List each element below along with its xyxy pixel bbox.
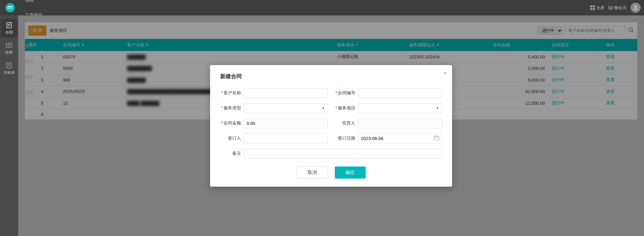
form-field-contract-no: 合同编号	[334, 88, 442, 98]
sidebar-item-fee[interactable]: 收费	[1, 39, 17, 58]
form-field-remark: 备注	[220, 149, 442, 158]
confirm-button[interactable]: 确定	[335, 167, 366, 179]
service-type-select[interactable]	[244, 103, 328, 113]
svg-rect-3	[591, 8, 592, 10]
modal-close-button[interactable]: ×	[443, 70, 447, 77]
amount-label: 合同金额	[220, 120, 244, 126]
contract-icon	[5, 21, 13, 29]
statement-icon	[5, 62, 13, 69]
contract-no-input[interactable]	[358, 88, 442, 98]
content-area: 新增 服务项目 进行中 已完成 已取消	[18, 15, 644, 236]
service-type-label: 服务类型	[220, 105, 244, 111]
modal-footer: 取消 确定	[220, 167, 442, 179]
signer-input[interactable]	[244, 134, 328, 143]
customer-name-label: 客户名称	[220, 90, 244, 96]
sidebar-item-label: 收费	[5, 50, 13, 55]
amount-input[interactable]: 0.00	[244, 119, 328, 128]
form-field-customer: 客户名称	[220, 88, 328, 98]
svg-rect-4	[593, 8, 595, 10]
sign-date-input[interactable]: 2023-06-06	[358, 134, 442, 143]
sign-date-label: 签订日期	[334, 135, 358, 141]
form-field-service-type: 服务类型	[220, 103, 328, 113]
fullscreen-button[interactable]: 全屏	[590, 5, 604, 11]
form-field-service-item: 服务项目	[334, 103, 442, 113]
sidebar-item-label: 合同	[5, 30, 13, 35]
form-row-2: 服务类型 服务项目	[220, 103, 442, 113]
signer-label: 签订人	[220, 135, 244, 141]
cancel-button[interactable]: 取消	[296, 167, 328, 179]
svg-rect-13	[6, 43, 12, 47]
sidebar-item-statement[interactable]: 对账单	[1, 59, 17, 78]
form-row-5: 备注	[220, 149, 442, 158]
svg-rect-15	[7, 63, 11, 68]
service-item-select[interactable]	[358, 103, 442, 113]
logo	[3, 1, 17, 14]
responsible-input[interactable]	[358, 119, 442, 128]
service-type-select-wrapper	[244, 103, 328, 113]
new-contract-modal: × 新建合同 客户名称 合同编号 服务类型	[210, 65, 452, 187]
responsible-label: 负责人	[334, 120, 358, 126]
top-nav-right: 全屏 畅会员	[590, 3, 641, 13]
remark-label: 备注	[220, 150, 244, 156]
form-field-signer: 签订人	[220, 134, 328, 143]
svg-rect-1	[591, 6, 592, 7]
form-field-responsible: 负责人	[334, 119, 442, 128]
svg-point-0	[5, 3, 15, 12]
remark-input[interactable]	[244, 149, 442, 158]
sidebar-item-contract[interactable]: 合同	[1, 19, 17, 38]
fullscreen-label: 全屏	[596, 5, 604, 11]
sidebar-item-label: 对账单	[4, 70, 15, 75]
form-row-3: 合同金额 0.00 负责人	[220, 119, 442, 128]
svg-point-14	[8, 44, 10, 46]
sign-date-wrapper: 2023-06-06	[358, 134, 442, 143]
svg-rect-2	[593, 6, 595, 7]
contract-no-label: 合同编号	[334, 90, 358, 96]
nav-item-tax[interactable]: 报税	[20, 0, 47, 8]
calendar-icon[interactable]	[434, 135, 439, 142]
member-button[interactable]: 畅会员	[608, 5, 627, 11]
form-row-1: 客户名称 合同编号	[220, 88, 442, 98]
service-item-label: 服务项目	[334, 105, 358, 111]
form-field-amount: 合同金额 0.00	[220, 119, 328, 128]
user-avatar[interactable]	[631, 3, 641, 13]
main-layout: 合同 收费 对账单 新增 服务项目 进行中 已完成	[0, 15, 644, 236]
top-nav: 首页客户收费票据new记账报税工商项目消息管理经营服务设置 全屏 畅会员	[0, 0, 644, 15]
service-item-select-wrapper	[358, 103, 442, 113]
form-row-4: 签订人 签订日期 2023-06-06	[220, 134, 442, 143]
form-field-sign-date: 签订日期 2023-06-06	[334, 134, 442, 143]
modal-title: 新建合同	[220, 73, 442, 80]
sidebar: 合同 收费 对账单	[0, 15, 18, 236]
svg-point-8	[634, 5, 637, 8]
modal-overlay: × 新建合同 客户名称 合同编号 服务类型	[18, 15, 644, 236]
member-label: 畅会员	[614, 5, 627, 11]
fee-icon	[5, 42, 13, 49]
svg-rect-21	[434, 136, 439, 140]
customer-name-input[interactable]	[244, 88, 328, 98]
